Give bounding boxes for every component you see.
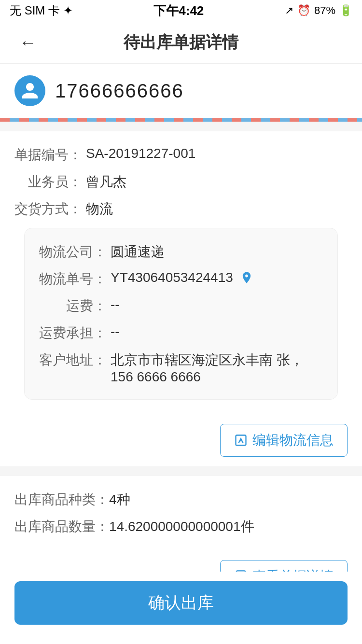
page-title: 待出库单据详情: [124, 31, 238, 54]
status-time: 下午4:42: [153, 2, 204, 19]
logistics-company-label: 物流公司：: [39, 243, 107, 261]
confirm-btn-label: 确认出库: [148, 592, 214, 614]
user-phone: 17666666666: [55, 80, 184, 102]
edit-logistics-label: 编辑物流信息: [252, 431, 334, 449]
freight-bearer-label: 运费承担：: [39, 324, 107, 342]
document-number-value: SA-20191227-001: [86, 146, 348, 161]
document-number-row: 单据编号： SA-20191227-001: [14, 146, 348, 164]
confirm-outbound-button[interactable]: 确认出库: [14, 581, 348, 625]
goods-types-label: 出库商品种类：: [14, 490, 109, 509]
document-number-label: 单据编号：: [14, 146, 82, 164]
logistics-tracking-label: 物流单号：: [39, 270, 107, 288]
back-button[interactable]: ←: [14, 28, 42, 57]
status-left: 无 SIM 卡 ✦: [10, 3, 73, 18]
goods-quantity-label: 出库商品数量：: [14, 518, 109, 536]
status-bar: 无 SIM 卡 ✦ 下午4:42 ↗ ⏰ 87% 🔋: [0, 0, 362, 21]
edit-btn-container: 编辑物流信息: [0, 414, 362, 466]
delivery-label: 交货方式：: [14, 200, 82, 218]
goods-section: 出库商品种类： 4种 出库商品数量： 14.620000000000001件: [0, 476, 362, 550]
logistics-tracking-row: 物流单号： YT43064053424413: [39, 270, 323, 288]
confirm-btn-area: 确认出库: [0, 572, 362, 644]
freight-label: 运费：: [39, 297, 107, 315]
delivery-row: 交货方式： 物流: [14, 200, 348, 218]
salesman-row: 业务员： 曾凡杰: [14, 173, 348, 191]
user-header: 17666666666: [0, 64, 362, 118]
salesman-label: 业务员：: [14, 173, 82, 191]
logistics-tracking-value: YT43064053424413: [111, 270, 323, 285]
dashed-separator: [0, 118, 362, 122]
freight-bearer-row: 运费承担： --: [39, 324, 323, 342]
sim-status: 无 SIM 卡 ✦: [10, 3, 73, 18]
logistics-company-value: 圆通速递: [111, 243, 323, 261]
address-row: 客户地址： 北京市市辖区海淀区永丰南 张，156 6666 6666: [39, 351, 323, 385]
goods-types-row: 出库商品种类： 4种: [14, 490, 348, 509]
battery-icon: 🔋: [339, 4, 352, 17]
edit-logistics-button[interactable]: 编辑物流信息: [220, 424, 348, 457]
logistics-card: 物流公司： 圆通速递 物流单号： YT43064053424413 运费： --: [24, 228, 338, 400]
goods-quantity-value: 14.620000000000001件: [109, 518, 254, 536]
document-info-section: 单据编号： SA-20191227-001 业务员： 曾凡杰 交货方式： 物流 …: [0, 131, 362, 414]
freight-row: 运费： --: [39, 297, 323, 315]
delivery-value: 物流: [86, 200, 348, 218]
status-right: ↗ ⏰ 87% 🔋: [285, 4, 352, 17]
goods-types-value: 4种: [109, 490, 130, 509]
goods-quantity-row: 出库商品数量： 14.620000000000001件: [14, 518, 348, 536]
logistics-company-row: 物流公司： 圆通速递: [39, 243, 323, 261]
edit-icon: [234, 434, 248, 447]
battery-status: 87%: [314, 4, 335, 17]
avatar: [14, 75, 45, 106]
address-label: 客户地址：: [39, 351, 107, 369]
user-icon: [20, 81, 40, 100]
freight-value: --: [111, 297, 323, 312]
map-pin-icon[interactable]: [239, 270, 254, 285]
section-divider: [0, 466, 362, 476]
alarm-icon: ⏰: [297, 4, 310, 17]
address-value: 北京市市辖区海淀区永丰南 张，156 6666 6666: [111, 351, 323, 385]
location-icon-status: ↗: [285, 4, 293, 17]
freight-bearer-value: --: [111, 324, 323, 339]
salesman-value: 曾凡杰: [86, 173, 348, 191]
nav-bar: ← 待出库单据详情: [0, 21, 362, 64]
